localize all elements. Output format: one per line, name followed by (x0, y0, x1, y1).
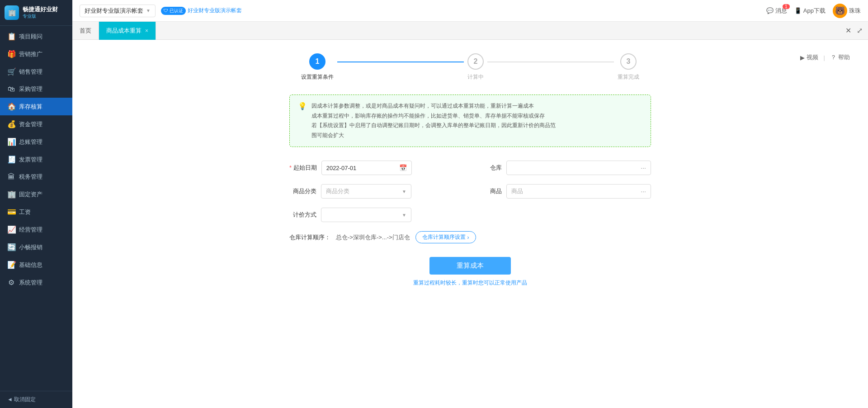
topbar-right: 💬 消息 1 📱 App下载 🐻 珠珠 (766, 4, 861, 18)
step-2-label: 计算中 (467, 73, 484, 81)
sidebar-item-label: 采购管理 (19, 85, 42, 93)
avatar: 🐻 (833, 4, 847, 18)
project-icon: 📋 (7, 32, 15, 41)
message-button[interactable]: 💬 消息 1 (766, 7, 787, 15)
sidebar-footer-unpin[interactable]: ◄ 取消固定 (0, 391, 72, 408)
form-section: 起始日期 2022-07-01 📅 仓库 ··· (289, 161, 651, 287)
step-2-circle: 2 (467, 53, 484, 70)
verified-area: 🛡 已认证 好业财专业版演示帐套 (161, 7, 242, 15)
sidebar-item-accounting[interactable]: 📊总账管理 (0, 133, 72, 151)
warehouse-order-settings-button[interactable]: 仓库计算顺序设置 › (415, 231, 476, 243)
sidebar-item-project[interactable]: 📋项目顾问 (0, 28, 72, 45)
sidebar: 🏢 畅捷通好业财 专业版 📋项目顾问🎁营销推广🛒销售管理🛍采购管理🏠库存核算💰资… (0, 0, 72, 408)
sidebar-item-label: 资金管理 (19, 120, 42, 128)
goods-input[interactable]: 商品 ··· (506, 184, 651, 199)
sidebar-item-label: 工资 (19, 208, 31, 216)
sidebar-item-label: 小畅报销 (19, 243, 42, 251)
message-icon: 💬 (766, 7, 774, 14)
expand-tab-button[interactable]: ⤢ (857, 26, 863, 35)
phone-icon: 📱 (794, 7, 802, 14)
sidebar-item-purchase[interactable]: 🛍采购管理 (0, 81, 72, 98)
video-link[interactable]: ▶ 视频 (800, 53, 818, 62)
step-3: 3 重算完成 (618, 53, 639, 81)
sidebar-item-invoice[interactable]: 🧾发票管理 (0, 151, 72, 168)
sidebar-item-sales[interactable]: 🛒销售管理 (0, 63, 72, 81)
form-row-2: 商品分类 商品分类 ▼ 商品 商品 ··· (289, 184, 651, 199)
notice-box: 💡 因成本计算参数调整，或是对商品成本有疑问时，可以通过成本重算功能，重新计算一… (289, 95, 651, 147)
goods-more-icon: ··· (641, 188, 646, 195)
step-3-circle: 3 (620, 53, 637, 70)
app-edition: 专业版 (23, 13, 58, 19)
assets-icon: 🏢 (7, 190, 15, 199)
sidebar-item-label: 经营管理 (19, 226, 42, 234)
expense-icon: 🔄 (7, 243, 15, 251)
sidebar-item-assets[interactable]: 🏢固定资产 (0, 185, 72, 203)
tab-recalc[interactable]: 商品成本重算 × (99, 22, 156, 40)
step-2: 2 计算中 (467, 53, 484, 81)
system-icon: ⚙ (7, 278, 15, 287)
inventory-icon: 🏠 (7, 102, 15, 111)
topbar: 好业财专业版演示帐套 ▼ 🛡 已认证 好业财专业版演示帐套 💬 消息 1 📱 A… (72, 0, 868, 22)
play-icon: ▶ (800, 54, 805, 61)
message-badge: 1 (783, 4, 790, 9)
account-name: 好业财专业版演示帐套 (85, 7, 143, 15)
tabbar: 首页 商品成本重算 × ✕ ⤢ (72, 22, 868, 40)
step-1-circle: 1 (309, 53, 326, 70)
account-selector[interactable]: 好业财专业版演示帐套 ▼ (80, 5, 156, 17)
sidebar-item-system[interactable]: ⚙系统管理 (0, 274, 72, 291)
purchase-icon: 🛍 (7, 85, 15, 93)
sidebar-item-finance[interactable]: 💰资金管理 (0, 115, 72, 133)
sidebar-item-inventory[interactable]: 🏠库存核算 (0, 98, 72, 115)
tab-controls: ✕ ⤢ (845, 26, 868, 35)
finance-icon: 💰 (7, 120, 15, 128)
step-3-label: 重算完成 (618, 73, 639, 81)
sidebar-header: 🏢 畅捷通好业财 专业版 (0, 0, 72, 26)
form-row-3: 计价方式 ▼ (289, 208, 651, 222)
sidebar-item-basic[interactable]: 📝基础信息 (0, 256, 72, 274)
price-method-input[interactable]: ▼ (321, 208, 411, 222)
sidebar-item-marketing[interactable]: 🎁营销推广 (0, 45, 72, 63)
sidebar-item-label: 项目顾问 (19, 33, 42, 41)
warehouse-order-row: 仓库计算顺序： 总仓->深圳仓库->...->门店仓 仓库计算顺序设置 › (289, 231, 651, 243)
user-profile[interactable]: 🐻 珠珠 (833, 4, 861, 18)
calendar-icon: 📅 (399, 164, 407, 171)
form-group-date: 起始日期 2022-07-01 📅 (289, 161, 466, 175)
start-date-input[interactable]: 2022-07-01 📅 (321, 161, 412, 175)
accounting-icon: 📊 (7, 138, 15, 146)
sidebar-item-operation[interactable]: 📈经营管理 (0, 221, 72, 238)
sidebar-item-tax[interactable]: 🏛税务管理 (0, 168, 72, 185)
marketing-icon: 🎁 (7, 50, 15, 58)
sidebar-item-label: 库存核算 (19, 103, 42, 111)
sidebar-item-expense[interactable]: 🔄小畅报销 (0, 238, 72, 256)
page-content: 1 设置重算条件 2 计算中 3 重算完成 ▶ (72, 40, 868, 408)
step-line-1 (337, 62, 464, 62)
help-icon: ？ (830, 53, 836, 62)
help-link[interactable]: ？ 帮助 (830, 53, 850, 62)
close-tab-button[interactable]: ✕ (845, 26, 851, 35)
recalculate-button[interactable]: 重算成本 (429, 257, 511, 275)
warehouse-order-label: 仓库计算顺序： (289, 233, 330, 242)
sidebar-item-label: 基础信息 (19, 261, 42, 269)
app-download-button[interactable]: 📱 App下载 (794, 7, 826, 15)
basic-icon: 📝 (7, 261, 15, 269)
sidebar-item-label: 系统管理 (19, 279, 42, 287)
notice-text: 因成本计算参数调整，或是对商品成本有疑问时，可以通过成本重算功能，重新计算一遍成… (311, 101, 556, 140)
form-group-goods: 商品 商品 ··· (475, 184, 651, 199)
price-method-dropdown-icon: ▼ (402, 213, 406, 218)
sidebar-item-salary[interactable]: 💳工资 (0, 203, 72, 221)
main-content: 好业财专业版演示帐套 ▼ 🛡 已认证 好业财专业版演示帐套 💬 消息 1 📱 A… (72, 0, 868, 408)
notice-icon: 💡 (298, 102, 307, 140)
sidebar-item-label: 总账管理 (19, 138, 42, 146)
tab-close-icon[interactable]: × (145, 28, 148, 34)
goods-label: 商品 (475, 187, 502, 195)
submit-note: 重算过程耗时较长，重算时您可以正常使用产品 (289, 279, 651, 287)
warehouse-input[interactable]: ··· (506, 161, 651, 175)
account-chevron-icon: ▼ (146, 8, 151, 13)
category-label: 商品分类 (289, 187, 316, 195)
category-input[interactable]: 商品分类 ▼ (321, 184, 411, 199)
verified-account-name: 好业财专业版演示帐套 (188, 7, 242, 14)
shield-icon: 🛡 (164, 8, 168, 13)
sales-icon: 🛒 (7, 67, 15, 76)
tax-icon: 🏛 (7, 173, 15, 181)
tab-home[interactable]: 首页 (72, 22, 99, 40)
